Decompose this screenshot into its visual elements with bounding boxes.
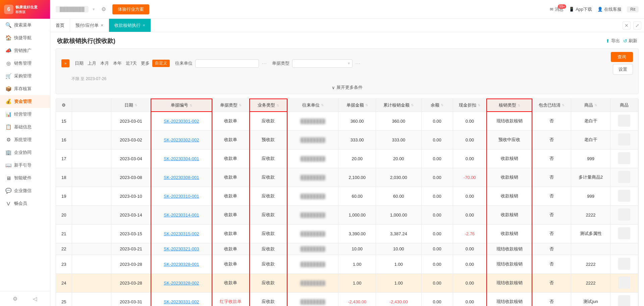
cell-billno[interactable]: SK-20230328-001 [151,255,212,273]
th-discount: 现金折扣⇅ [453,99,487,112]
filter-date-last-month[interactable]: 上月 [86,60,98,67]
cell-billno[interactable]: SK-20230321-003 [151,243,212,255]
home-icon: 🏠 [5,35,11,41]
cell-no: 23 [56,255,72,273]
app-download-btn[interactable]: 📱 App下载 [569,6,592,12]
table-row[interactable]: 22 2023-03-21 SK-20230321-003 收款单 应收款 ██… [56,243,638,255]
refresh-btn[interactable]: ↺ 刷新 [623,38,637,44]
cell-partner: ████████ [287,168,338,187]
table-row[interactable]: 25 2023-03-31 SK-20230331-002 红字收款单 应收款 … [56,292,638,306]
message-btn[interactable]: ✉ 消息 99+ [550,6,564,12]
cell-billno[interactable]: SK-20230308-001 [151,168,212,187]
sidebar-item-inventory[interactable]: 📦 库存核算 [0,82,50,95]
cell-amount: 1.00 [338,255,376,273]
tab-home[interactable]: 首页 [50,19,70,32]
filter-date-7days[interactable]: 近7天 [124,60,138,67]
sidebar-item-basic[interactable]: 📋 基础信息 [0,121,50,133]
export-btn[interactable]: ⬆ 导出 [606,38,620,44]
filter-query-btn[interactable]: 查询 [611,52,633,62]
cell-no: 15 [56,112,72,130]
filter-billtype-dots[interactable]: ··· [355,60,360,67]
cell-billno[interactable]: SK-20230301-002 [151,112,212,130]
table-row[interactable]: 19 2023-03-10 SK-20230310-001 收款单 应收款 ██… [56,187,638,205]
cell-amount: 1.00 [338,273,376,292]
th-goodsimg: 商品 [610,99,638,112]
message-icon: ✉ [550,7,553,12]
filter-expand-btn[interactable]: ∨ 展开更多条件 [332,84,363,90]
filter-date-more[interactable]: 更多 [140,60,151,67]
table-row[interactable]: 18 2023-03-08 SK-20230308-001 收款单 应收款 ██… [56,168,638,187]
settings-bottom-icon[interactable]: ⚙ [11,295,19,303]
cell-goods [571,243,610,255]
table-row[interactable]: 23 2023-03-28 SK-20230328-001 收款单 应收款 ██… [56,255,638,273]
filter-date-this-month[interactable]: 本月 [99,60,110,67]
cell-settled: 否 [532,205,571,224]
sidebar-item-search[interactable]: 🔍 搜索菜单 [0,19,50,32]
cell-billno[interactable]: SK-20230331-002 [151,292,212,306]
collapse-icon[interactable]: ◁ [31,295,39,303]
filter-date-this-year[interactable]: 本年 [112,60,123,67]
sidebar-item-wechat[interactable]: 💬 企业微信 [0,184,50,197]
sidebar-item-member[interactable]: V 畅会员 [0,197,50,210]
cell-amount: 3,390.00 [338,224,376,243]
online-service-btn[interactable]: 👤 在线客服 [597,6,622,12]
table-row[interactable]: 21 2023-03-15 SK-20230315-002 收款单 应收款 ██… [56,224,638,243]
cell-date: 2023-03-14 [111,205,151,224]
sidebar-item-purchase[interactable]: 🛒 采购管理 [0,70,50,82]
filter-settings-btn[interactable]: 设置 [613,64,633,75]
tab-collection[interactable]: 收款核销执行 ✕ [109,19,151,32]
table-row[interactable]: 24 2023-03-28 SK-20230328-002 收款单 应收款 ██… [56,273,638,292]
cell-seq [72,130,111,149]
cell-biztype: 应收款 [250,292,287,306]
cell-billno[interactable]: SK-20230302-002 [151,130,212,149]
cell-cumamount: 60.00 [376,187,421,205]
sidebar-item-enterprise[interactable]: 🏢 企业协同 [0,146,50,159]
tab-collection-close[interactable]: ✕ [143,23,145,27]
sidebar-item-hardware[interactable]: 🖥 智能硬件 [0,172,50,184]
cell-canceltype: 收款核销 [487,168,532,187]
refresh-icon: ↺ [623,38,627,44]
table-row[interactable]: 15 2023-03-01 SK-20230301-002 收款单 应收款 ██… [56,112,638,130]
tab-prepayment-close[interactable]: ✕ [101,23,103,27]
filter-collapse-btn[interactable]: » [61,59,69,67]
topbar-gear-btn[interactable]: ⚙ [99,5,108,14]
table-row[interactable]: 16 2023-03-02 SK-20230302-002 收款单 预收款 ██… [56,130,638,149]
tab-maximize-btn[interactable]: ⤢ [633,21,641,29]
sidebar-item-system[interactable]: ⚙ 系统管理 [0,133,50,146]
table-row[interactable]: 20 2023-03-14 SK-20230314-001 收款单 应收款 ██… [56,205,638,224]
th-no [72,99,111,112]
tab-prepayment[interactable]: 预付/应付单 ✕ [70,19,109,32]
cell-billno[interactable]: SK-20230310-001 [151,187,212,205]
cell-canceltype: 现结收款核销 [487,112,532,130]
cell-billno[interactable]: SK-20230314-001 [151,205,212,224]
cell-goodsimg [610,292,638,306]
filter-partner-input[interactable] [195,59,259,68]
filter-billtype-select[interactable] [292,59,353,68]
sidebar-item-quicknav[interactable]: 🏠 快捷导航 [0,32,50,44]
cell-canceltype: 收款核销 [487,187,532,205]
cell-balance: 0.00 [421,187,453,205]
filter-partner-dots[interactable]: ··· [262,60,267,67]
sidebar-item-operation[interactable]: 📊 经营管理 [0,108,50,121]
cell-canceltype: 收款核销 [487,224,532,243]
th-settings[interactable]: ⚙ [56,99,72,112]
sidebar-item-marketing[interactable]: 📣 营销推广 [0,44,50,57]
sidebar-item-sales[interactable]: ◎ 销售管理 [0,57,50,70]
filter-date-range: 不限 至 2023-07-26 [61,76,633,82]
cell-amount: 1,000.00 [338,205,376,224]
cell-billno[interactable]: SK-20230304-001 [151,149,212,168]
filter-action-buttons: 查询 设置 [611,52,633,75]
cell-amount: 20.00 [338,149,376,168]
cell-goods: 2222 [571,255,610,273]
sidebar-item-guide[interactable]: 📖 新手引导 [0,159,50,172]
cell-billno[interactable]: SK-20230315-002 [151,224,212,243]
filter-custom-tag[interactable]: 自定义 [152,60,170,67]
table-row[interactable]: 17 2023-03-04 SK-20230304-001 收款单 应收款 ██… [56,149,638,168]
sidebar-item-finance[interactable]: 💰 资金管理 [0,95,50,108]
wechat-icon: 💬 [5,188,11,194]
cell-billno[interactable]: SK-20230328-002 [151,273,212,292]
topbar-breadcrumb: ████████ [56,6,89,12]
user-profile[interactable]: Rit [627,6,639,12]
tab-close-all-btn[interactable]: ✕ [623,21,631,29]
industry-solution-btn[interactable]: 体验行业方案 [112,4,149,14]
